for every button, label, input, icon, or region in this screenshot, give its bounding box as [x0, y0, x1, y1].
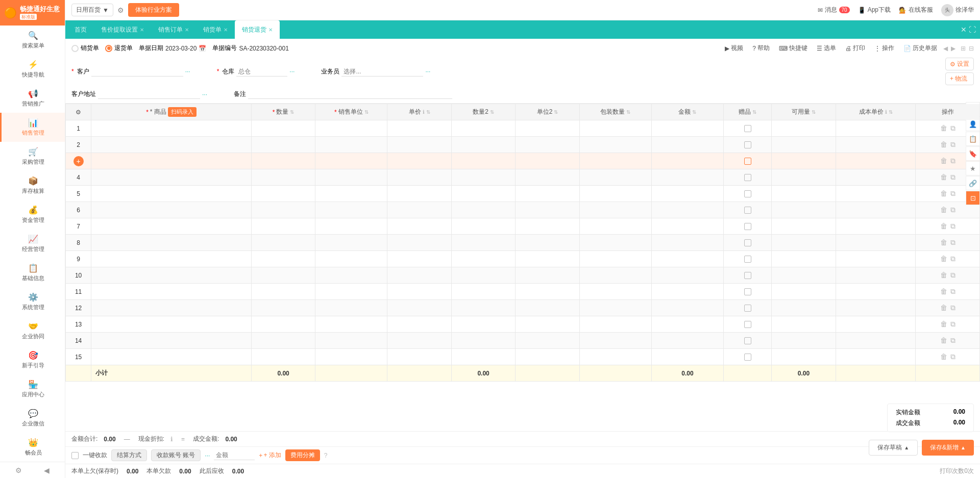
- sidebar-item-guide[interactable]: 🎯 新手引导: [0, 345, 65, 374]
- address-input[interactable]: [98, 89, 200, 99]
- sidebar-item-enterprise[interactable]: 🤝 企业协同: [0, 316, 65, 345]
- cost-sort-icon[interactable]: ⇅: [889, 109, 893, 115]
- shortcut-btn[interactable]: ⌨ 快捷键: [776, 43, 811, 54]
- sidebar-item-member[interactable]: 👑 畅会员: [0, 433, 65, 462]
- delete-icon[interactable]: 🗑: [940, 189, 947, 198]
- row-pack-1[interactable]: [579, 120, 651, 137]
- industry-select[interactable]: 日用百货 ▼: [71, 4, 113, 16]
- float-icon-6[interactable]: 🔗: [966, 176, 980, 190]
- payment-amount-input[interactable]: [214, 450, 255, 460]
- select-order-btn[interactable]: ☰ 选单: [814, 43, 839, 54]
- delete-icon[interactable]: 🗑: [940, 173, 947, 182]
- float-icon-7[interactable]: ⊡: [966, 191, 980, 205]
- sidebar-item-basic[interactable]: 📋 基础信息: [0, 258, 65, 287]
- row-unit2-1[interactable]: [516, 120, 579, 137]
- sidebar-item-wechat[interactable]: 💬 企业微信: [0, 404, 65, 433]
- delete-icon[interactable]: 🗑: [940, 320, 947, 329]
- tab-sales-order[interactable]: 销售订单 ✕: [151, 20, 196, 39]
- row-cost-1[interactable]: [836, 120, 916, 137]
- row-gift-1[interactable]: [724, 120, 772, 137]
- expand-tab-icon[interactable]: ⛶: [969, 26, 976, 34]
- copy-icon[interactable]: ⧉: [950, 238, 955, 247]
- one-click-checkbox[interactable]: [71, 452, 79, 459]
- customer-input[interactable]: [91, 67, 183, 77]
- calc-info-icon[interactable]: ℹ: [170, 436, 173, 443]
- message-btn[interactable]: ✉ 消息 70: [818, 6, 850, 14]
- add-logistics-btn[interactable]: + 物流: [945, 72, 974, 85]
- topbar-gear-icon[interactable]: ⚙: [117, 6, 124, 14]
- delete-row-1-icon[interactable]: 🗑: [940, 124, 947, 133]
- close-tab-icon[interactable]: ✕: [961, 26, 967, 34]
- th-settings[interactable]: ⚙: [66, 104, 91, 120]
- unit-sort-icon[interactable]: ⇅: [364, 109, 369, 115]
- salesperson-more-btn[interactable]: ···: [425, 68, 430, 75]
- sidebar-item-finance[interactable]: 💰 资金管理: [0, 200, 65, 229]
- sidebar-item-purchase[interactable]: 🛒 采购管理: [0, 142, 65, 171]
- delete-icon[interactable]: 🗑: [940, 287, 947, 296]
- address-more-btn[interactable]: ···: [202, 91, 207, 98]
- copy-icon[interactable]: ⧉: [950, 222, 955, 231]
- app-download-btn[interactable]: 📱 App下载: [858, 6, 891, 14]
- delete-icon[interactable]: 🗑: [940, 353, 947, 361]
- price-info-icon[interactable]: ℹ: [423, 109, 425, 115]
- sidebar-item-appstore[interactable]: 🏪 应用中心: [0, 374, 65, 404]
- copy-icon[interactable]: ⧉: [950, 336, 955, 345]
- date-value[interactable]: 2023-03-20: [165, 45, 197, 52]
- tab-close-price-settings[interactable]: ✕: [140, 27, 144, 33]
- copy-icon[interactable]: ⧉: [950, 271, 955, 280]
- delete-icon[interactable]: 🗑: [940, 255, 947, 263]
- delete-icon[interactable]: 🗑: [940, 222, 947, 231]
- row-price-1[interactable]: [387, 120, 451, 137]
- video-btn[interactable]: ▶ 视频: [722, 43, 746, 54]
- float-icon-5[interactable]: ★: [966, 161, 980, 175]
- avail-sort-icon[interactable]: ⇅: [812, 109, 816, 115]
- sidebar-item-shortcut[interactable]: ⚡ 快捷导航: [0, 55, 65, 84]
- copy-icon[interactable]: ⧉: [950, 287, 955, 296]
- account-more-btn[interactable]: ···: [205, 452, 210, 459]
- delete-icon[interactable]: 🗑: [940, 238, 947, 247]
- delete-icon[interactable]: 🗑: [940, 304, 947, 312]
- tab-home[interactable]: 首页: [67, 20, 94, 39]
- radio-delivery[interactable]: 销货单: [71, 44, 99, 53]
- help-btn[interactable]: ? 帮助: [749, 43, 773, 54]
- warehouse-input[interactable]: [236, 67, 287, 77]
- radio-return[interactable]: 退货单: [105, 44, 133, 53]
- add-row-btn[interactable]: +: [74, 156, 84, 166]
- copy-icon[interactable]: ⧉: [950, 255, 955, 263]
- amount-sort-icon[interactable]: ⇅: [692, 109, 696, 115]
- sidebar-item-search[interactable]: 🔍 搜索菜单: [0, 26, 65, 55]
- tab-price-settings[interactable]: 售价提取设置 ✕: [94, 20, 151, 39]
- row-product-1[interactable]: [91, 120, 252, 137]
- tab-close-sales-delivery[interactable]: ✕: [224, 27, 228, 33]
- calc-method-btn[interactable]: 结算方式: [111, 449, 147, 461]
- row-qty-1[interactable]: [251, 120, 315, 137]
- float-icon-3[interactable]: 📋: [966, 132, 980, 146]
- pack-sort-icon[interactable]: ⇅: [626, 109, 630, 115]
- tab-sales-return[interactable]: 销货退货 ✕: [235, 20, 280, 39]
- sidebar-item-sales[interactable]: 📊 销售管理: [0, 113, 65, 142]
- account-btn[interactable]: 收款账号 账号: [151, 449, 201, 461]
- sidebar-item-inventory[interactable]: 📦 库存核算: [0, 171, 65, 200]
- copy-icon[interactable]: ⧉: [950, 353, 955, 361]
- row-unit-1[interactable]: [315, 120, 387, 137]
- online-service-btn[interactable]: 💁 在线客服: [899, 6, 933, 14]
- gift-sort-icon[interactable]: ⇅: [752, 109, 756, 115]
- active-product-input[interactable]: [93, 158, 249, 165]
- unit2-sort-icon[interactable]: ⇅: [554, 109, 558, 115]
- tab-close-sales-return[interactable]: ✕: [268, 27, 273, 33]
- float-icon-4[interactable]: 🔖: [966, 146, 980, 161]
- row-qty2-1[interactable]: [451, 120, 515, 137]
- salesperson-input[interactable]: [341, 67, 423, 77]
- operation-btn[interactable]: ⋮ 操作: [871, 43, 897, 54]
- payment-help-icon[interactable]: ?: [324, 452, 328, 459]
- copy-icon[interactable]: ⧉: [950, 189, 955, 198]
- save-new-btn[interactable]: 保存&新增 ▲: [922, 440, 974, 456]
- add-payment-btn[interactable]: + + 添加: [259, 451, 281, 460]
- save-draft-btn[interactable]: 保存草稿 ▲: [869, 440, 918, 456]
- price-sort-icon[interactable]: ⇅: [426, 109, 430, 115]
- copy-icon[interactable]: ⧉: [950, 304, 955, 312]
- tab-sales-delivery[interactable]: 销货单 ✕: [196, 20, 235, 39]
- qty2-sort-icon[interactable]: ⇅: [490, 109, 494, 115]
- warehouse-more-btn[interactable]: ···: [289, 68, 295, 75]
- print-btn[interactable]: 🖨 打印: [842, 43, 868, 54]
